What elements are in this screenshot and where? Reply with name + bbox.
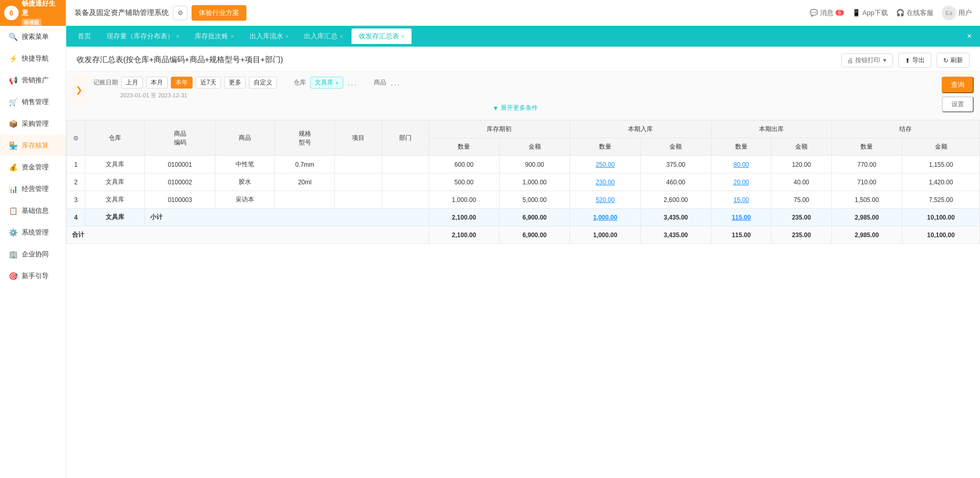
tab-inout-summary[interactable]: 出入库汇总 ×	[297, 28, 350, 44]
page-actions: 🖨 按钮打印 ▼ ⬆ 导出 ↻ 刷新	[841, 53, 970, 68]
query-button[interactable]: 查询	[942, 77, 974, 93]
sidebar-item-quicknav[interactable]: ⚡ 快捷导航	[0, 48, 66, 69]
sidebar-item-purchase[interactable]: 📦 采购管理	[0, 113, 66, 135]
cell-index: 1	[67, 156, 85, 173]
trial-button[interactable]: 体验行业方案	[192, 5, 246, 21]
date-btn-this-year[interactable]: 本年	[171, 77, 193, 89]
subtotal-out-qty[interactable]: 115.00	[711, 209, 771, 226]
cell-in-qty[interactable]: 520.00	[570, 191, 640, 209]
total-opening-amt: 6,900.00	[499, 226, 569, 244]
cell-goods-code: 0100002	[144, 173, 215, 191]
cell-opening-amt: 900.00	[499, 156, 569, 173]
warehouse-tag-remove[interactable]: ×	[335, 80, 339, 86]
cell-out-qty[interactable]: 80.00	[711, 156, 771, 173]
app-download-button[interactable]: 📱 App下载	[852, 8, 888, 18]
sidebar-item-search[interactable]: 🔍 搜索菜单	[0, 26, 66, 48]
goods-more-dots[interactable]: ...	[390, 78, 400, 88]
goods-filter-group: 商品 ...	[374, 78, 400, 88]
tab-stock-dist[interactable]: 现存量（库存分布表） ×	[99, 28, 186, 44]
sidebar-item-system[interactable]: ⚙️ 系统管理	[0, 222, 66, 243]
system-gear-button[interactable]: ⚙	[173, 6, 187, 20]
logo-title: 畅捷通好生意	[22, 0, 62, 18]
th-warehouse: 仓库	[85, 121, 145, 156]
tab-bar-close-button[interactable]: ×	[963, 32, 976, 41]
sidebar-item-inventory[interactable]: 🏪 库存核算	[0, 135, 66, 156]
sidebar-item-enterprise[interactable]: 🏢 企业协同	[0, 243, 66, 265]
total-out-amt: 235.00	[771, 226, 831, 244]
cell-balance-qty: 770.00	[831, 156, 902, 173]
th-out-group: 本期出库	[711, 121, 831, 138]
expand-conditions-button[interactable]: ▼ 展开更多条件	[489, 102, 543, 114]
refresh-button[interactable]: ↻ 刷新	[937, 53, 970, 68]
in-qty-link[interactable]: 230.00	[596, 179, 615, 186]
tab-recv-send-summary[interactable]: 收发存汇总表 ×	[352, 28, 412, 44]
subtotal-in-amt: 3,435.00	[640, 209, 711, 226]
date-btn-7days[interactable]: 近7天	[196, 77, 221, 89]
filter-collapse-button[interactable]: ❯	[72, 77, 85, 103]
message-button[interactable]: 💬 消息 6	[810, 8, 844, 18]
cell-project	[335, 173, 382, 191]
refresh-icon: ↻	[943, 57, 948, 64]
page-title: 收发存汇总表(按仓库+商品编码+商品+规格型号+项目+部门)	[77, 55, 283, 65]
date-range-display: 2023-01-01 至 2023-12-31	[120, 92, 938, 99]
cell-goods-spec	[275, 191, 335, 209]
subtotal-out-qty-link[interactable]: 115.00	[732, 214, 751, 221]
subtotal-in-qty[interactable]: 1,000.00	[570, 209, 640, 226]
tab-close-recv-send-summary[interactable]: ×	[401, 33, 404, 39]
column-settings-icon[interactable]: ⚙	[73, 135, 79, 142]
cell-balance-qty: 1,505.00	[831, 191, 902, 209]
export-icon: ⬆	[905, 57, 910, 64]
warehouse-more-dots[interactable]: ...	[347, 78, 357, 88]
tab-batch-ledger[interactable]: 库存批次账 ×	[187, 28, 241, 44]
tab-close-inout-flow[interactable]: ×	[285, 33, 288, 39]
total-in-amt: 3,435.00	[640, 226, 711, 244]
date-btn-this-month[interactable]: 本月	[146, 77, 168, 89]
chevron-down-icon: ▼	[882, 57, 887, 63]
cell-out-qty[interactable]: 20.00	[711, 173, 771, 191]
in-qty-link[interactable]: 250.00	[596, 161, 615, 168]
cell-in-qty[interactable]: 230.00	[570, 173, 640, 191]
sidebar-item-finance[interactable]: 💰 资金管理	[0, 156, 66, 178]
date-btn-last-month[interactable]: 上月	[121, 77, 143, 89]
sidebar-item-guide[interactable]: 🎯 新手引导	[0, 265, 66, 287]
cell-out-qty[interactable]: 15.00	[711, 191, 771, 209]
total-balance-qty: 2,985.00	[831, 226, 902, 244]
out-qty-link[interactable]: 80.00	[734, 161, 749, 168]
export-button[interactable]: ⬆ 导出	[898, 53, 931, 68]
sidebar-item-marketing[interactable]: 📢 营销推广	[0, 69, 66, 91]
online-service-button[interactable]: 🎧 在线客服	[896, 8, 933, 18]
tab-close-batch-ledger[interactable]: ×	[230, 33, 233, 39]
out-qty-link[interactable]: 15.00	[734, 196, 749, 204]
cell-out-amt: 120.00	[771, 156, 831, 173]
table-settings-button[interactable]: 设置	[942, 96, 974, 112]
tab-close-stock-dist[interactable]: ×	[176, 33, 179, 39]
sidebar-item-operations[interactable]: 📊 经营管理	[0, 178, 66, 200]
subtotal-in-qty-link[interactable]: 1,000.00	[593, 214, 618, 221]
sidebar: 6 畅捷通好生意 标准版 🔍 搜索菜单 ⚡ 快捷导航 📢 营销推广 🛒 销售管理…	[0, 0, 66, 478]
out-qty-link[interactable]: 20.00	[734, 179, 749, 186]
th-in-group: 本期入库	[570, 121, 711, 138]
date-btn-custom[interactable]: 自定义	[249, 77, 277, 89]
user-menu[interactable]: Ea 用户	[942, 6, 972, 20]
sidebar-item-sales[interactable]: 🛒 销售管理	[0, 91, 66, 113]
total-balance-amt: 10,100.00	[902, 226, 980, 244]
th-settings[interactable]: ⚙	[67, 121, 85, 156]
th-balance-qty: 数量	[831, 138, 902, 156]
in-qty-link[interactable]: 520.00	[596, 196, 615, 204]
tab-home[interactable]: 首页	[70, 28, 98, 44]
tab-close-inout-summary[interactable]: ×	[340, 33, 343, 39]
sidebar-item-basic[interactable]: 📋 基础信息	[0, 200, 66, 222]
th-goods-spec: 规格型号	[275, 121, 335, 156]
money-icon: 💰	[8, 163, 18, 171]
cell-project	[335, 156, 382, 173]
tab-inout-flow[interactable]: 出入库流水 ×	[242, 28, 296, 44]
main-content: 装备及固定资产辅助管理系统 ⚙ 体验行业方案 💬 消息 6 📱 App下载 🎧 …	[66, 0, 980, 478]
date-btn-more[interactable]: 更多	[224, 77, 246, 89]
cell-goods-code: 0100001	[144, 156, 215, 173]
cell-warehouse: 文具库	[85, 156, 145, 173]
lightning-icon: ⚡	[8, 54, 18, 63]
print-button[interactable]: 🖨 按钮打印 ▼	[841, 53, 893, 67]
cell-in-qty[interactable]: 250.00	[570, 156, 640, 173]
warehouse-tag[interactable]: 文具库 ×	[310, 77, 343, 89]
message-icon: 💬	[810, 9, 818, 17]
